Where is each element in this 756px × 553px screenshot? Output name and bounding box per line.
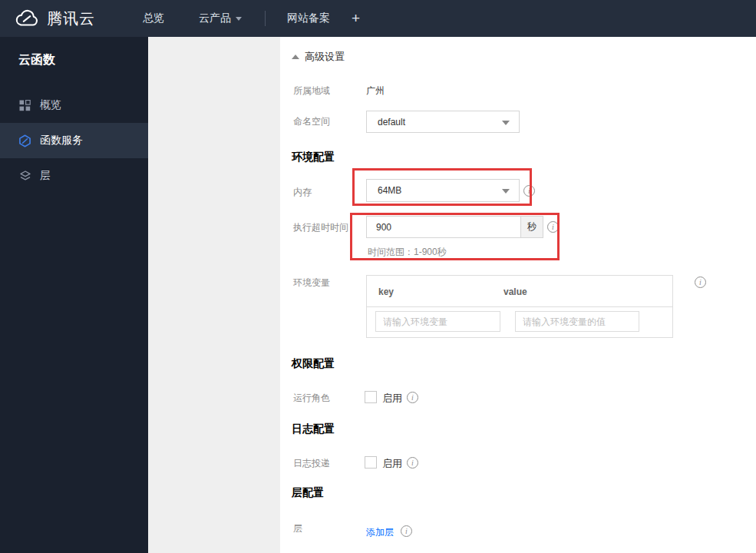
run-role-info-icon[interactable]: [407, 392, 418, 403]
function-config-form: 高级设置 所属地域 广州 命名空间 default 环境配置 内存 64MB 执…: [280, 37, 756, 553]
caret-down-icon: [236, 17, 242, 21]
layer-label: 层: [293, 523, 302, 535]
sidebar-item-overview[interactable]: 概览: [0, 88, 148, 123]
namespace-label: 命名空间: [293, 116, 330, 127]
grid-icon: [18, 99, 31, 112]
run-role-checkbox[interactable]: [365, 391, 377, 403]
timeout-input-group: 秒: [366, 216, 543, 238]
log-delivery-enable-label: 启用: [382, 457, 402, 471]
advanced-settings-label: 高级设置: [305, 50, 345, 64]
triangle-up-icon: [292, 55, 299, 59]
top-navbar: 腾讯云 总览 云产品 网站备案 +: [0, 0, 756, 37]
tencent-cloud-logo-icon: [14, 9, 40, 28]
env-vars-info-icon[interactable]: [695, 276, 706, 288]
namespace-select[interactable]: default: [366, 111, 520, 133]
sidebar-menu: 概览 函数服务 层: [0, 88, 148, 194]
timeout-unit-suffix: 秒: [521, 216, 543, 238]
layers-icon: [18, 170, 31, 183]
nav-item-add-tab[interactable]: +: [352, 10, 360, 27]
log-delivery-info-icon[interactable]: [407, 457, 418, 469]
table-header-divider: [367, 306, 672, 307]
function-hexagon-icon: [18, 134, 31, 147]
caret-down-icon: [502, 189, 510, 194]
section-log-config: 日志配置: [292, 422, 335, 436]
caret-down-icon: [502, 121, 510, 125]
env-var-key-input[interactable]: [375, 311, 500, 332]
sidebar-item-label: 层: [40, 169, 51, 183]
add-layer-link[interactable]: 添加层: [366, 526, 394, 539]
nav-item-label: 云产品: [199, 12, 231, 25]
sidebar-item-function-service[interactable]: 函数服务: [0, 123, 148, 158]
timeout-label: 执行超时时间: [293, 222, 348, 233]
navbar-divider: [265, 11, 266, 26]
plus-icon: +: [352, 10, 360, 27]
env-vars-col-value: value: [503, 286, 527, 297]
section-perm-config: 权限配置: [292, 357, 335, 371]
log-delivery-checkbox[interactable]: [365, 456, 377, 469]
region-label: 所属地域: [293, 85, 330, 97]
run-role-enable-label: 启用: [382, 392, 402, 406]
memory-info-icon[interactable]: [523, 185, 535, 197]
timeout-input[interactable]: [366, 216, 521, 238]
log-delivery-label: 日志投递: [293, 458, 330, 469]
memory-selected-value: 64MB: [378, 185, 401, 196]
sidebar: 云函数 概览 函数服务: [0, 37, 148, 553]
section-layer-config: 层配置: [292, 486, 324, 500]
env-vars-label: 环境变量: [293, 277, 330, 289]
tencent-cloud-brand[interactable]: 腾讯云: [0, 8, 95, 29]
nav-item-label: 总览: [143, 12, 164, 25]
namespace-selected-value: default: [378, 117, 405, 127]
collapsed-list-panel: [148, 37, 280, 553]
nav-item-cloud-products[interactable]: 云产品: [199, 12, 242, 25]
sidebar-item-label: 概览: [40, 98, 61, 112]
sidebar-item-label: 函数服务: [40, 134, 83, 147]
memory-label: 内存: [293, 187, 312, 198]
env-vars-table: key value: [366, 275, 673, 338]
memory-select[interactable]: 64MB: [366, 179, 520, 202]
advanced-settings-toggle[interactable]: 高级设置: [292, 50, 345, 64]
sidebar-product-title: 云函数: [0, 37, 148, 77]
timeout-info-icon[interactable]: [547, 221, 559, 233]
brand-title: 腾讯云: [47, 8, 95, 29]
env-var-value-input[interactable]: [515, 311, 639, 332]
timeout-range-hint: 时间范围：1-900秒: [368, 246, 447, 259]
run-role-label: 运行角色: [293, 392, 330, 404]
nav-item-website-icp[interactable]: 网站备案: [287, 12, 330, 25]
nav-item-overview[interactable]: 总览: [143, 12, 164, 25]
add-layer-info-icon[interactable]: [401, 525, 412, 537]
region-value: 广州: [366, 85, 385, 97]
nav-item-label: 网站备案: [287, 12, 330, 25]
env-vars-col-key: key: [378, 286, 394, 297]
sidebar-item-layers[interactable]: 层: [0, 158, 148, 194]
section-env-config: 环境配置: [292, 151, 335, 164]
